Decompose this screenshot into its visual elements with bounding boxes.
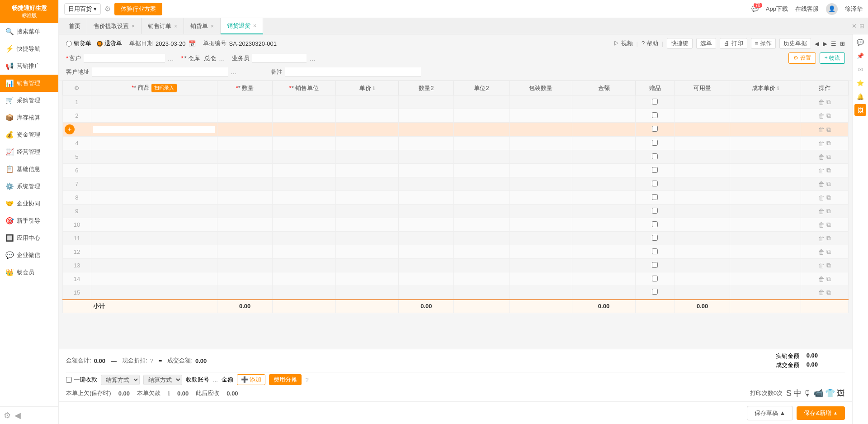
bill-due-check[interactable]: ℹ	[168, 390, 170, 397]
cell-price-13[interactable]	[335, 259, 399, 272]
delete-row-btn-7[interactable]: 🗑	[818, 181, 825, 188]
salesperson-input[interactable]	[252, 54, 307, 63]
cell-gift-12[interactable]	[635, 245, 675, 259]
cell-avail-7[interactable]	[675, 177, 730, 191]
cell-qty2-13[interactable]	[399, 259, 454, 272]
cell-price-12[interactable]	[335, 245, 399, 259]
cell-qty2-12[interactable]	[399, 245, 454, 259]
operation-btn[interactable]: ≡ 操作	[751, 38, 776, 49]
sidebar-item-wechat[interactable]: 💬 企业微信	[0, 247, 58, 264]
taskbar-icon-4[interactable]: 📹	[813, 388, 823, 398]
tab-sales-delivery-close[interactable]: ×	[211, 23, 214, 29]
cell-gift-2[interactable]	[635, 109, 675, 123]
cell-gift-13[interactable]	[635, 259, 675, 272]
cell-unit2-4[interactable]	[454, 137, 509, 150]
cell-qty-6[interactable]	[217, 164, 273, 177]
delete-row-btn-13[interactable]: 🗑	[818, 262, 825, 269]
cell-qty2-10[interactable]	[399, 218, 454, 232]
copy-row-btn-10[interactable]: ⧉	[826, 221, 831, 229]
rfloat-btn-3[interactable]: ✉	[854, 63, 866, 75]
cell-qty-1[interactable]	[217, 95, 273, 109]
cell-pkg-4[interactable]	[509, 137, 572, 150]
delete-row-btn-2[interactable]: 🗑	[818, 112, 825, 119]
cell-gift-8[interactable]	[635, 191, 675, 205]
cell-qty-13[interactable]	[217, 259, 273, 272]
account-dots[interactable]: ...	[213, 376, 218, 383]
cell-gift-6[interactable]	[635, 164, 675, 177]
copy-row-btn-14[interactable]: ⧉	[826, 275, 831, 283]
fee-help-icon[interactable]: ?	[305, 376, 308, 383]
copy-row-btn-3[interactable]: ⧉	[826, 126, 831, 133]
cell-avail-2[interactable]	[675, 109, 730, 123]
cell-product-15[interactable]	[91, 286, 217, 300]
cell-amount-5[interactable]	[572, 150, 636, 164]
save-draft-btn[interactable]: 保存草稿 ▲	[747, 406, 793, 420]
cell-product-10[interactable]	[91, 218, 217, 232]
cell-qty-2[interactable]	[217, 109, 273, 123]
cell-cost-10[interactable]	[730, 218, 801, 232]
one-click-payment-input[interactable]	[66, 377, 72, 383]
cell-pkg-9[interactable]	[509, 205, 572, 218]
industry-select[interactable]: 日用百货 ▾	[64, 3, 101, 15]
cell-cost-8[interactable]	[730, 191, 801, 205]
delete-row-btn-11[interactable]: 🗑	[818, 235, 825, 242]
tab-price-setting-close[interactable]: ×	[132, 23, 135, 29]
gift-checkbox-14[interactable]	[652, 276, 658, 281]
cell-qty-5[interactable]	[217, 150, 273, 164]
address-input[interactable]	[92, 67, 228, 76]
cell-unit-12[interactable]	[273, 245, 336, 259]
radio-sales[interactable]: 销货单	[66, 39, 91, 48]
cell-pkg-7[interactable]	[509, 177, 572, 191]
cell-avail-3[interactable]	[675, 123, 730, 137]
gift-checkbox-8[interactable]	[652, 194, 658, 200]
cell-cost-11[interactable]	[730, 232, 801, 245]
cell-avail-13[interactable]	[675, 259, 730, 272]
cell-qty-14[interactable]	[217, 272, 273, 286]
gift-checkbox-3[interactable]	[652, 126, 658, 132]
cell-unit2-8[interactable]	[454, 191, 509, 205]
cell-price-4[interactable]	[335, 137, 399, 150]
delete-row-btn-8[interactable]: 🗑	[818, 194, 825, 201]
cell-qty2-14[interactable]	[399, 272, 454, 286]
cell-cost-13[interactable]	[730, 259, 801, 272]
cell-pkg-5[interactable]	[509, 150, 572, 164]
sidebar-item-purchase[interactable]: 🛒 采购管理	[0, 92, 58, 109]
cell-avail-11[interactable]	[675, 232, 730, 245]
cell-price-1[interactable]	[335, 95, 399, 109]
cell-qty-4[interactable]	[217, 137, 273, 150]
gift-checkbox-4[interactable]	[652, 140, 658, 146]
settings-icon[interactable]: ⚙	[4, 410, 11, 420]
cell-gift-5[interactable]	[635, 150, 675, 164]
help-btn[interactable]: ? 帮助	[642, 39, 658, 48]
cell-price-15[interactable]	[335, 286, 399, 300]
cell-gift-1[interactable]	[635, 95, 675, 109]
cell-amount-2[interactable]	[572, 109, 636, 123]
cell-product-13[interactable]	[91, 259, 217, 272]
delete-row-btn-5[interactable]: 🗑	[818, 153, 825, 161]
cell-cost-5[interactable]	[730, 150, 801, 164]
delete-row-btn-3[interactable]: 🗑	[818, 126, 825, 133]
gift-checkbox-6[interactable]	[652, 167, 658, 173]
radio-return[interactable]: 退货单	[97, 39, 122, 48]
cell-qty-12[interactable]	[217, 245, 273, 259]
cell-cost-7[interactable]	[730, 177, 801, 191]
sidebar-item-operation[interactable]: 📈 经营管理	[0, 143, 58, 161]
cell-product-7[interactable]	[91, 177, 217, 191]
cell-product-1[interactable]	[91, 95, 217, 109]
cell-avail-6[interactable]	[675, 164, 730, 177]
radio-return-input[interactable]	[97, 41, 103, 47]
cell-product-9[interactable]	[91, 205, 217, 218]
cell-unit2-7[interactable]	[454, 177, 509, 191]
cell-amount-14[interactable]	[572, 272, 636, 286]
cell-qty2-6[interactable]	[399, 164, 454, 177]
cell-price-5[interactable]	[335, 150, 399, 164]
taskbar-icon-5[interactable]: 👕	[825, 388, 835, 398]
cost-info-icon[interactable]: ℹ	[777, 86, 779, 91]
cell-cost-2[interactable]	[730, 109, 801, 123]
fee-split-btn[interactable]: 费用分摊	[269, 374, 302, 385]
cell-pkg-3[interactable]	[509, 123, 572, 137]
cell-cost-1[interactable]	[730, 95, 801, 109]
cell-unit-3[interactable]	[273, 123, 336, 137]
cell-price-11[interactable]	[335, 232, 399, 245]
sidebar-item-search[interactable]: 🔍 搜索菜单	[0, 23, 58, 40]
